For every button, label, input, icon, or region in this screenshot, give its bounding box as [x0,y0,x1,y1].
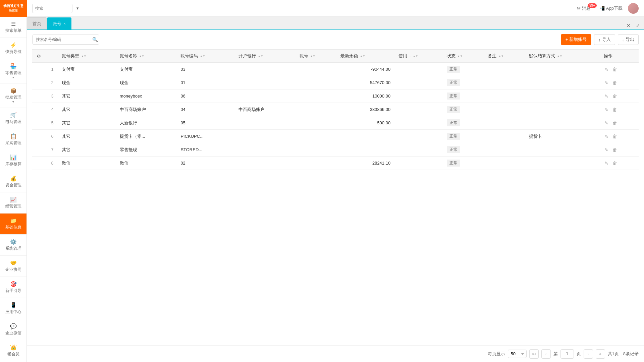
page-label: 第 [553,351,558,357]
th-notes[interactable]: 备注 ▲▼ [485,50,526,63]
topbar-dropdown[interactable]: ▾ [76,6,79,11]
delete-button[interactable]: 🗑 [612,93,618,100]
account-search-input[interactable] [33,35,90,44]
first-page-button[interactable]: ⏮ [529,349,539,359]
user-avatar[interactable] [628,3,639,14]
export-icon: ↓ [622,37,625,42]
th-balance[interactable]: 最新余额 ▲▼ [338,50,396,63]
sidebar-item-app-center[interactable]: 📱 应用中心 [0,298,26,319]
cell-account-name: 提货卡（零... [117,130,178,143]
delete-button[interactable]: 🗑 [612,146,618,153]
export-button[interactable]: ↓ 导出 [618,34,639,45]
delete-button[interactable]: 🗑 [612,79,618,86]
tab-account-label: 账号 [53,21,61,27]
cell-default-payment [526,116,601,130]
cell-notes [485,103,526,116]
edit-button[interactable]: ✎ [604,160,609,167]
edit-button[interactable]: ✎ [604,146,609,153]
th-account-no[interactable]: 账号 ▲▼ [297,50,338,63]
cell-account-type: 其它 [59,143,117,157]
cell-status: 正常 [444,116,485,130]
edit-button[interactable]: ✎ [604,93,609,100]
prev-page-button[interactable]: ‹ [541,349,551,359]
sidebar-item-operations[interactable]: 📈 经营管理 [0,192,26,214]
per-page-select[interactable]: 50 20 100 [508,350,527,358]
sidebar-item-label: 批发管理 [5,95,21,100]
cell-settings [32,89,46,103]
sidebar-item-inventory[interactable]: 📊 库存核算 [0,150,26,171]
cell-num: 4 [46,103,59,116]
th-account-code[interactable]: 账号编码 ▲▼ [178,50,236,63]
edit-button[interactable]: ✎ [604,79,609,86]
th-status[interactable]: 状态 ▲▼ [444,50,485,63]
th-account-type[interactable]: 账号类型 ▲▼ [59,50,117,63]
app-download-button[interactable]: 📲 App下载 [599,5,623,11]
sidebar-item-basic-info[interactable]: 📁 基础信息 [0,214,26,235]
sidebar-item-system[interactable]: ⚙️ 系统管理 [0,235,26,256]
import-icon: ↑ [598,37,601,42]
cell-account-no [297,76,338,89]
cell-actions: ✎ 🗑 [601,76,639,89]
page-toolbar: 🔍 + 新增账号 ↑ 导入 ↓ 导出 [27,30,644,49]
cell-bank [236,63,297,76]
sidebar-item-purchase[interactable]: 📋 采购管理 [0,129,26,150]
cell-notes [485,130,526,143]
delete-button[interactable]: 🗑 [612,66,618,73]
message-badge: 99+ [588,3,597,8]
cell-account-name: moneybosx [117,89,178,103]
sidebar-item-ent-wechat[interactable]: 💬 企业微信 [0,319,26,340]
delete-button[interactable]: 🗑 [612,160,618,167]
search-button[interactable]: 🔍 [90,35,99,44]
next-page-button[interactable]: › [584,349,593,359]
topbar-search-input[interactable] [32,4,72,13]
sidebar-item-guide[interactable]: 🎯 新手引导 [0,277,26,298]
th-settings[interactable]: ⚙ [32,50,46,63]
cell-account-type: 现金 [59,76,117,89]
th-default-payment[interactable]: 默认结算方式 ▲▼ [526,50,601,63]
delete-button[interactable]: 🗑 [612,133,618,140]
sidebar-item-fund[interactable]: 💰 资金管理 [0,171,26,192]
th-bank[interactable]: 开户银行 ▲▼ [236,50,297,63]
edit-button[interactable]: ✎ [604,120,609,126]
cell-balance: -90444.00 [338,63,396,76]
import-button[interactable]: ↑ 导入 [594,34,615,45]
add-account-button[interactable]: + 新增账号 [561,34,591,45]
cell-settings [32,76,46,89]
sidebar-item-label: 基础信息 [5,225,21,230]
edit-button[interactable]: ✎ [604,66,609,73]
last-page-button[interactable]: ⏭ [596,349,605,359]
page-number-input[interactable] [560,349,574,359]
sidebar-item-retail[interactable]: 🏪 零售管理 ▾ [0,59,26,83]
sidebar-item-wholesale[interactable]: 📦 批发管理 ▾ [0,83,26,108]
tab-account[interactable]: 账号 × [47,17,71,29]
tab-close-button[interactable]: ✕ [625,21,632,29]
total-info: 共1页，8条记录 [608,351,639,357]
th-usage[interactable]: 使用... ▲▼ [396,50,444,63]
th-account-name[interactable]: 账号名称 ▲▼ [117,50,178,63]
cell-settings [32,143,46,157]
cell-status: 正常 [444,103,485,116]
edit-button[interactable]: ✎ [604,133,609,140]
cell-usage [396,89,444,103]
th-actions: 操作 [601,50,639,63]
table-row: 3 其它 moneybosx 06 10000.00 正常 ✎ 🗑 [32,89,639,103]
sidebar-item-quick-nav[interactable]: ⚡ 快捷导航 [0,38,26,59]
cell-account-type: 微信 [59,157,117,170]
sidebar-item-search-menu[interactable]: ☰ 搜索菜单 [0,17,26,38]
table-row: 6 其它 提货卡（零... PICKUPC... 正常 提货卡 ✎ 🗑 [32,130,639,143]
tab-close-icon[interactable]: × [63,21,66,26]
import-label: 导入 [602,37,611,43]
enterprise-icon: 🤝 [10,260,17,266]
tab-home[interactable]: 首页 [27,17,47,29]
cell-usage [396,143,444,157]
sidebar-item-ecommerce[interactable]: 🛒 电商管理 [0,108,26,129]
sidebar-item-free-member[interactable]: 👑 畅会员 [0,340,26,361]
delete-button[interactable]: 🗑 [612,120,618,126]
tab-maximize-button[interactable]: ⤢ [635,21,641,29]
tab-home-label: 首页 [33,21,41,27]
sidebar-item-enterprise[interactable]: 🤝 企业协同 [0,256,26,277]
message-button[interactable]: ✉ 消息 99+ [577,5,594,11]
edit-button[interactable]: ✎ [604,106,609,113]
delete-button[interactable]: 🗑 [612,106,618,113]
cell-bank [236,130,297,143]
